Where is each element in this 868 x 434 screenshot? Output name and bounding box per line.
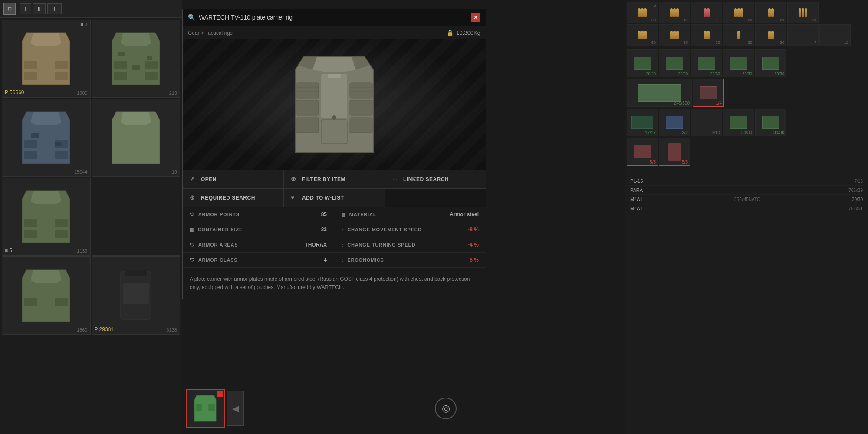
list-item[interactable]: 15044 [2,99,91,177]
ammo-count: 60 [748,18,752,22]
popup-weight: 🔒 10.300Kg [447,30,480,36]
svg-rect-57 [321,120,347,144]
item-stack[interactable]: 17/17 [627,108,658,136]
tab-I[interactable]: I [20,3,31,14]
bullet [805,8,807,17]
stack-count: 2/2 [682,130,688,135]
svg-rect-10 [145,61,158,69]
ammo-cell[interactable]: 60 [723,2,754,23]
item-stack[interactable]: 29/30 [691,49,722,77]
ammo-cell[interactable]: 41 [659,2,690,23]
item-icon [700,86,717,99]
svg-rect-45 [138,306,149,317]
item-stack[interactable]: 30/30 [755,108,786,136]
weapon-info-section: PL-15 7/16 PARA 762x39 M4A1 556x45NATO 3… [627,173,866,213]
bullet [641,8,644,17]
svg-rect-23 [39,131,53,159]
ammo-cell[interactable]: 20 [723,24,754,46]
list-item[interactable]: 19 [92,99,181,177]
filter-by-item-button[interactable]: ⊕ FILTER BY ITEM [284,170,385,188]
movement-value: -8 % [468,227,479,233]
close-button[interactable]: × [471,13,480,22]
ammo-cell[interactable]: 30 [755,24,786,46]
ammo-cell[interactable]: 59 [787,2,819,23]
svg-rect-28 [129,131,142,159]
target-button[interactable]: ◎ [435,398,457,419]
bullet [768,31,771,39]
ammo-cell[interactable]: 50 [659,24,690,46]
svg-rect-51 [296,83,319,98]
large-ammo-box[interactable]: 249/300 [627,79,692,107]
item-stack[interactable]: 30/30 [755,49,786,77]
ammo-cell[interactable]: 9+ [691,2,722,23]
ammo-count: 7 [814,40,816,45]
ammo-cell[interactable]: 5 60 [627,2,658,23]
highlighted-item[interactable] [186,389,225,428]
ammo-count: 50 [684,40,688,45]
list-item[interactable]: P 56660 ≡ 3 1900 [2,20,91,98]
item-stack-red[interactable]: 1/4 [693,79,724,107]
item-red[interactable]: 5/5 [627,138,658,166]
list-item[interactable]: 1860 [2,256,91,335]
bullets-display [768,31,774,39]
open-label: OPEN [201,176,217,182]
ammo-count: 12 [844,40,848,45]
bullet [802,8,804,17]
svg-rect-58 [328,74,341,78]
item-stack[interactable]: 0/10 [691,108,722,136]
ammo-count: 60 [651,18,656,22]
bullet [771,8,774,17]
open-button[interactable]: ↗ OPEN [183,170,283,188]
svg-rect-15 [147,56,152,60]
item-stack[interactable]: 30/30 [723,108,754,136]
list-item[interactable]: ≡ 5 1139 [2,178,91,256]
required-search-button[interactable]: ⊛ REQUIRED SEARCH [183,189,283,207]
tab-II[interactable]: II [33,3,46,14]
list-item[interactable]: P 29381 6138 [92,256,181,335]
ammo-cell[interactable]: 29 [755,2,786,23]
bullet [737,8,740,17]
tab-III[interactable]: III [47,3,62,14]
item-icon [631,116,653,129]
svg-marker-8 [121,33,151,46]
add-to-wlist-button[interactable]: ♥ ADD TO W-LIST [284,189,385,207]
linked-search-button[interactable]: ↔ LINKED SEARCH [385,170,486,188]
svg-marker-47 [312,57,356,72]
m4a1-ammo: 30/30 [852,197,863,202]
ammo-count: 41 [684,18,688,22]
svg-point-59 [332,115,336,120]
armor-areas-label: 🛡 ARMOR AREAS [190,242,238,247]
bullet [734,8,737,17]
item-number: 1860 [77,327,87,332]
list-item[interactable] [92,178,181,256]
ammo-box-icon [638,84,681,102]
item-popup: 🔍 × Gear > Tactical rigs 🔒 10.300Kg [182,9,486,299]
list-item[interactable]: 219 [92,20,181,98]
item-red-2[interactable]: 5/5 [659,138,690,166]
svg-rect-38 [24,298,37,306]
search-input[interactable] [199,14,467,21]
bullets-display [704,31,710,39]
svg-rect-50 [321,74,347,118]
svg-rect-34 [55,230,68,238]
ammo-cell[interactable]: 30 [691,24,722,46]
item-stack[interactable]: 20/20 [659,49,690,77]
ammo-cell[interactable]: 50 [627,24,658,46]
ammo-cell[interactable]: 7 [787,24,819,46]
bullet [644,31,647,39]
item-stack[interactable]: 2/2 [659,108,690,136]
bullet [740,8,743,17]
wlist-label: ADD TO W-LIST [302,195,344,201]
ammo-cell[interactable]: 12 [819,24,851,46]
grid-tab-icon[interactable]: ⊞ [3,3,16,15]
item-stack[interactable]: 30/30 [723,49,754,77]
large-ammo-row: 249/300 1/4 [627,79,866,107]
arrow-left-button[interactable]: ◀ [227,391,244,426]
item-stack[interactable]: 20/20 [627,49,658,77]
caliber-762x39: 762x39 [848,188,863,193]
stack-count: 5/5 [682,160,688,164]
turning-value: -4 % [468,242,479,248]
svg-rect-33 [24,230,37,238]
weapon-name-m4a1: M4A1 [630,197,643,202]
item-price: ≡ 5 [5,247,12,253]
